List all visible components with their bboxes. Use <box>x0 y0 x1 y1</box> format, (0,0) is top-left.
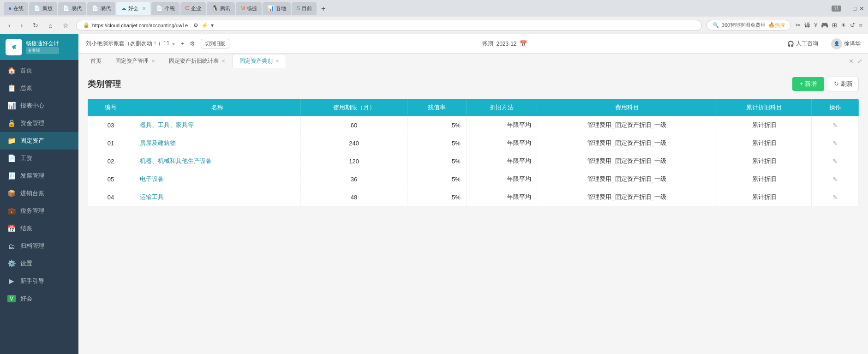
browser-tab-close-hao[interactable]: ✕ <box>142 6 146 11</box>
th-method: 折旧方法 <box>466 99 537 116</box>
sidebar-item-reports[interactable]: 📊 报表中心 <box>0 97 78 114</box>
home-button[interactable]: ⌂ <box>46 21 55 30</box>
browser-tab-online[interactable]: ● 在线 <box>4 2 28 15</box>
tab-depreciation-stats-close[interactable]: ✕ <box>221 59 225 64</box>
sidebar-item-home[interactable]: 🏠 首页 <box>0 62 78 79</box>
reload-button[interactable]: ↻ <box>30 21 41 30</box>
game-icon[interactable]: 🎮 <box>821 22 828 29</box>
sidebar-item-settings[interactable]: ⚙️ 设置 <box>0 255 78 272</box>
grid-icon[interactable]: ⊞ <box>832 22 837 29</box>
browser-tab-current[interactable]: S 目前 <box>292 2 317 15</box>
edit-icon-3[interactable]: ✎ <box>832 176 838 183</box>
currency-icon[interactable]: ¥ <box>814 22 817 29</box>
sidebar-item-inventory[interactable]: 📦 进销台账 <box>0 185 78 202</box>
sidebar-item-haohui[interactable]: V 好会 <box>0 290 78 307</box>
sidebar-item-archive[interactable]: 🗂 归档管理 <box>0 237 78 255</box>
browser-tab-hao[interactable]: ☁ 好会 ✕ <box>116 2 150 15</box>
settings-gear-icon[interactable]: ⚙ <box>190 40 195 47</box>
tab-fixed-assets-category[interactable]: 固定资产类别 ✕ <box>233 54 286 68</box>
browser-tab-enterprise[interactable]: C 企业 <box>180 2 206 15</box>
sidebar-label-reports: 报表中心 <box>20 102 44 110</box>
sidebar-label-tax: 税务管理 <box>20 207 44 215</box>
browser-tab-tencent[interactable]: 🐧 腾讯 <box>207 2 235 15</box>
scissors-icon[interactable]: ✂ <box>796 22 801 29</box>
refresh-button[interactable]: ↻ ↻ 刷新 刷新 <box>828 77 859 91</box>
sidebar-label-guide: 新手引导 <box>20 277 44 285</box>
topbar-user-info: 刘小艳演示账套（勿删勿动！）11 ▾ <box>86 40 175 48</box>
sidebar-item-guide[interactable]: ▶ 新手引导 <box>0 272 78 290</box>
cell-expense-3: 管理费用_固定资产折旧_一级 <box>537 170 717 188</box>
cell-name-2[interactable]: 机器、机械和其他生产设备 <box>134 152 301 170</box>
secure-icon: 🔒 <box>83 22 90 28</box>
cell-name-4[interactable]: 运输工具 <box>134 188 301 206</box>
cell-action-1[interactable]: ✎ <box>812 134 859 152</box>
cell-action-0[interactable]: ✎ <box>812 116 859 134</box>
address-input[interactable]: 🔒 https://cloud.chanjet.com/accounting/u… <box>76 20 702 31</box>
cell-action-4[interactable]: ✎ <box>812 188 859 206</box>
tab-home[interactable]: 首页 <box>84 54 108 68</box>
search-icon: 🔍 <box>712 22 719 28</box>
browser-tab-yi2[interactable]: 📄 易代 <box>87 2 115 15</box>
period-label: 账期 <box>482 40 493 48</box>
translate-icon[interactable]: 译 <box>804 21 810 30</box>
switch-version-button[interactable]: 切到旧版 <box>201 39 229 48</box>
edit-icon-0[interactable]: ✎ <box>832 122 838 129</box>
cell-name-0[interactable]: 器具、工具、家具等 <box>134 116 301 134</box>
sidebar-item-funds[interactable]: 🔒 资金管理 <box>0 114 78 132</box>
browser-tab-changjie[interactable]: M 畅捷 <box>236 2 262 15</box>
sidebar-item-fixed-assets[interactable]: 📁 固定资产 <box>0 132 78 150</box>
cell-action-2[interactable]: ✎ <box>812 152 859 170</box>
edit-icon-2[interactable]: ✎ <box>832 158 838 165</box>
th-expense: 费用科目 <box>537 99 717 116</box>
cell-accumulated-1: 累计折旧 <box>717 134 811 152</box>
sidebar-item-tax[interactable]: 💼 税务管理 <box>0 202 78 220</box>
new-tab-button[interactable]: + <box>317 3 329 15</box>
tab-panel-close-button[interactable]: ✕ <box>849 58 854 65</box>
undo-icon[interactable]: ↺ <box>850 22 855 29</box>
dropdown-icon[interactable]: ▾ <box>172 41 175 47</box>
sidebar-item-ledger[interactable]: 📋 总账 <box>0 79 78 97</box>
cell-name-1[interactable]: 房屋及建筑物 <box>134 134 301 152</box>
search-bar[interactable]: 🔍 360智能抠图免费用 🔥热搜 <box>706 20 791 30</box>
th-name: 名称 <box>134 99 301 116</box>
menu-icon[interactable]: ≡ <box>859 22 862 29</box>
back-button[interactable]: ‹ <box>6 21 13 30</box>
sidebar-logo: 畅 畅捷通好会计 专业版 <box>0 34 78 60</box>
sidebar-label-closing: 结账 <box>20 224 32 233</box>
tab-fixed-assets-category-close[interactable]: ✕ <box>275 59 279 64</box>
forward-button[interactable]: › <box>18 21 26 30</box>
calendar-icon[interactable]: 📅 <box>520 40 527 47</box>
browser-tab-new[interactable]: 📄 新版 <box>29 2 57 15</box>
brightness-icon[interactable]: ☀ <box>841 22 846 29</box>
topbar-support[interactable]: 🎧 人工咨询 <box>787 40 818 48</box>
tab-depreciation-stats[interactable]: 固定资产折旧统计表 ✕ <box>162 54 232 68</box>
close-window-button[interactable]: ✕ <box>859 5 864 12</box>
cell-method-4: 年限平均 <box>466 188 537 206</box>
add-company-button[interactable]: + <box>180 40 184 47</box>
tab-fixed-assets-management-close[interactable]: ✕ <box>151 59 155 64</box>
lightning-icon[interactable]: ⚡ <box>201 22 208 29</box>
bookmark-button[interactable]: ☆ <box>60 21 72 30</box>
browser-tab-tax[interactable]: 📄 个税 <box>151 2 180 15</box>
maximize-button[interactable]: □ <box>853 5 856 12</box>
tab-panel-expand-button[interactable]: ⤢ <box>857 58 862 65</box>
browser-tab-yi1[interactable]: 📄 易代 <box>58 2 86 15</box>
browser-menu-icon[interactable]: ⚙ <box>193 22 198 29</box>
sidebar-item-invoice[interactable]: 🧾 发票管理 <box>0 167 78 185</box>
expand-url-button[interactable]: ▾ <box>211 22 214 29</box>
topbar-user-profile[interactable]: 👤 徐泽华 <box>831 38 861 49</box>
hot-tag: 🔥热搜 <box>768 22 785 29</box>
minimize-button[interactable]: — <box>844 5 850 12</box>
sidebar-item-closing[interactable]: 📅 结账 <box>0 220 78 237</box>
sidebar-item-payroll[interactable]: 📄 工资 <box>0 150 78 167</box>
cell-name-3[interactable]: 电子设备 <box>134 170 301 188</box>
add-button[interactable]: + 新增 <box>792 77 824 91</box>
browser-tab-gedi[interactable]: 📊 各地 <box>263 2 291 15</box>
edit-icon-1[interactable]: ✎ <box>832 140 838 147</box>
tab-fixed-assets-management[interactable]: 固定资产管理 ✕ <box>109 54 162 68</box>
sidebar-label-invoice: 发票管理 <box>20 172 44 180</box>
edit-icon-4[interactable]: ✎ <box>832 194 838 201</box>
address-bar: ‹ › ↻ ⌂ ☆ 🔒 https://cloud.chanjet.com/ac… <box>0 17 868 34</box>
table-row: 05 电子设备 36 5% 年限平均 管理费用_固定资产折旧_一级 累计折旧 ✎ <box>88 170 859 188</box>
cell-action-3[interactable]: ✎ <box>812 170 859 188</box>
